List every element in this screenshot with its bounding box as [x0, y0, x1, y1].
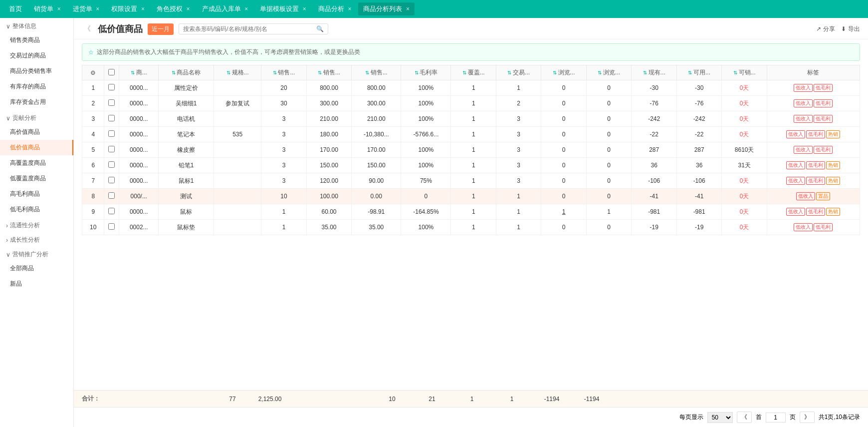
- row-checkbox[interactable]: [108, 115, 115, 121]
- nav-home[interactable]: 首页: [4, 2, 27, 15]
- row-checkbox[interactable]: [108, 130, 115, 137]
- row-checkbox[interactable]: [108, 84, 115, 90]
- row-checkbox[interactable]: [108, 223, 115, 230]
- sidebar-item-high-margin[interactable]: 高毛利商品: [0, 186, 73, 202]
- nav-purchase-order[interactable]: 进货单 ×: [68, 2, 105, 15]
- row-checkbox-cell[interactable]: [104, 96, 119, 111]
- row-checkbox-cell[interactable]: [104, 158, 119, 173]
- nav-sales-order[interactable]: 销货单 ×: [29, 2, 66, 15]
- row-checkbox[interactable]: [108, 146, 115, 152]
- close-icon[interactable]: ×: [244, 5, 248, 12]
- row-checkbox-cell[interactable]: [104, 189, 119, 204]
- row-no: 5: [82, 142, 104, 158]
- close-icon[interactable]: ×: [303, 5, 306, 12]
- row-qty: 1: [261, 204, 306, 220]
- row-stock: -106: [632, 173, 676, 189]
- col-avail[interactable]: 可用...: [676, 65, 721, 80]
- row-sale-amt2: 150.00: [352, 158, 401, 173]
- page-size-select[interactable]: 50 100 200: [707, 412, 733, 423]
- row-checkbox[interactable]: [108, 161, 115, 168]
- col-margin[interactable]: 毛利率: [401, 65, 451, 80]
- sidebar-collapse-button[interactable]: 《: [82, 23, 93, 34]
- row-code: 0002...: [119, 220, 159, 235]
- sidebar-item-in-stock-products[interactable]: 有库存的商品: [0, 79, 73, 94]
- row-checkbox-cell[interactable]: [104, 80, 119, 96]
- col-code[interactable]: 商...: [119, 65, 159, 80]
- sidebar-section-growth[interactable]: › 成长性分析: [0, 232, 73, 246]
- sidebar-section-overall[interactable]: ∨ 整体信息: [0, 18, 73, 32]
- col-stock[interactable]: 现有...: [632, 65, 676, 80]
- row-coverage: 1: [451, 127, 496, 142]
- col-sale-amt[interactable]: 销售...: [306, 65, 351, 80]
- col-settings[interactable]: ⚙: [82, 65, 104, 80]
- row-checkbox-cell[interactable]: [104, 220, 119, 235]
- col-sale-amt2[interactable]: 销售...: [352, 65, 401, 80]
- sidebar-item-inventory-funds[interactable]: 库存资金占用: [0, 94, 73, 110]
- row-spec: [214, 111, 261, 127]
- search-input[interactable]: [183, 25, 314, 32]
- sidebar-item-all-products[interactable]: 全部商品: [0, 261, 73, 276]
- col-days[interactable]: 可销...: [722, 65, 767, 80]
- chevron-right-icon: ›: [6, 222, 8, 229]
- select-all-checkbox[interactable]: [108, 69, 115, 75]
- row-browse1[interactable]: 1: [541, 204, 586, 220]
- close-icon[interactable]: ×: [406, 5, 410, 12]
- row-checkbox[interactable]: [108, 177, 115, 183]
- row-browse1: 0: [541, 142, 586, 158]
- search-icon[interactable]: 🔍: [316, 25, 324, 32]
- sidebar-item-category-sales-rate[interactable]: 商品分类销售率: [0, 63, 73, 79]
- col-browse1[interactable]: 浏览...: [541, 65, 586, 80]
- sidebar-item-low-value[interactable]: 低价值商品: [0, 140, 73, 155]
- col-qty[interactable]: 销售...: [261, 65, 306, 80]
- sidebar-item-low-margin[interactable]: 低毛利商品: [0, 202, 73, 217]
- row-checkbox-cell[interactable]: [104, 204, 119, 220]
- row-checkbox-cell[interactable]: [104, 127, 119, 142]
- nav-role-auth[interactable]: 角色授权 ×: [152, 2, 195, 15]
- row-sale-amt2: 210.00: [352, 111, 401, 127]
- sidebar-item-low-coverage[interactable]: 低覆盖度商品: [0, 171, 73, 186]
- page-number-input[interactable]: [766, 413, 786, 423]
- sidebar-item-sales-products[interactable]: 销售类商品: [0, 32, 73, 48]
- browse-link[interactable]: 1: [562, 208, 566, 215]
- col-trade[interactable]: 交易...: [496, 65, 541, 80]
- nav-product-analysis-list[interactable]: 商品分析列表 ×: [358, 2, 415, 15]
- close-icon[interactable]: ×: [141, 5, 145, 12]
- close-icon[interactable]: ×: [57, 5, 61, 12]
- close-icon[interactable]: ×: [96, 5, 99, 12]
- sidebar-section-contribution[interactable]: ∨ 贡献分析: [0, 110, 73, 124]
- close-icon[interactable]: ×: [348, 5, 351, 12]
- total-trade: 21: [412, 396, 452, 403]
- search-box[interactable]: 🔍: [179, 23, 328, 34]
- sidebar-item-high-coverage[interactable]: 高覆盖度商品: [0, 155, 73, 171]
- col-name[interactable]: 商品名称: [159, 65, 214, 80]
- row-trade: 3: [496, 158, 541, 173]
- share-button[interactable]: ↗ 分享: [816, 25, 835, 33]
- row-checkbox[interactable]: [108, 208, 115, 214]
- col-coverage[interactable]: 覆盖...: [451, 65, 496, 80]
- col-checkbox[interactable]: [104, 65, 119, 80]
- sidebar-section-marketing[interactable]: ∨ 营销推广分析: [0, 246, 73, 261]
- nav-permission-settings[interactable]: 权限设置 ×: [106, 2, 150, 15]
- export-button[interactable]: ⬇ 导出: [841, 25, 860, 33]
- nav-template-settings[interactable]: 单据模板设置 ×: [255, 2, 311, 15]
- sidebar-section-liquidity[interactable]: › 流通性分析: [0, 217, 73, 232]
- col-spec[interactable]: 规格...: [214, 65, 261, 80]
- row-checkbox-cell[interactable]: [104, 173, 119, 189]
- row-spec: 参加复试: [214, 96, 261, 111]
- tag-badge: 低毛利: [814, 223, 833, 231]
- nav-product-storage[interactable]: 产成品入库单 ×: [197, 2, 253, 15]
- next-page-button[interactable]: 》: [800, 412, 815, 423]
- row-checkbox[interactable]: [108, 99, 115, 106]
- col-browse2[interactable]: 浏览...: [586, 65, 631, 80]
- row-tags: 低收入低毛利热销: [767, 173, 860, 189]
- row-checkbox-cell[interactable]: [104, 111, 119, 127]
- sidebar-item-traded-products[interactable]: 交易过的商品: [0, 48, 73, 63]
- row-checkbox-cell[interactable]: [104, 142, 119, 158]
- sidebar-item-high-value[interactable]: 高价值商品: [0, 124, 73, 140]
- first-page-button[interactable]: 《: [737, 412, 752, 423]
- row-checkbox[interactable]: [108, 192, 115, 199]
- filter-recent-month-button[interactable]: 近一月: [148, 23, 174, 35]
- sidebar-item-new-products[interactable]: 新品: [0, 276, 73, 292]
- close-icon[interactable]: ×: [187, 5, 190, 12]
- nav-product-analysis[interactable]: 商品分析 ×: [313, 2, 357, 15]
